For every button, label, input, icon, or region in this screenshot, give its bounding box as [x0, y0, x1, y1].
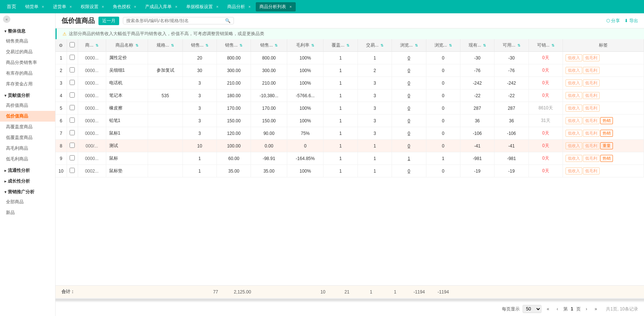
tag: 低收入 — [566, 79, 582, 86]
col-salesamount-header[interactable]: 销售... ⇅ — [217, 39, 251, 52]
select-all-checkbox[interactable] — [70, 42, 75, 47]
sidebar-item-high-margin[interactable]: 高毛利商品 — [0, 143, 55, 154]
row-tags: 低收入低毛利热销 — [563, 152, 644, 165]
sidebar-group-growth[interactable]: ▸ 成长性分析 — [0, 175, 55, 186]
first-page-btn[interactable]: « — [544, 306, 551, 312]
col-tags-header: 标签 — [563, 39, 644, 52]
row-checkbox[interactable] — [70, 130, 75, 135]
sidebar-group-liquidity[interactable]: ▸ 流通性分析 — [0, 164, 55, 175]
next-page-btn[interactable]: › — [584, 306, 590, 312]
share-button[interactable]: ⬡ 分享 — [606, 18, 620, 24]
sidebar-item-all-products[interactable]: 全部商品 — [0, 197, 55, 207]
col-salesprofit-header[interactable]: 销售... ⇅ — [251, 39, 287, 52]
row-coverage: 1 — [323, 165, 358, 177]
nav-product-analysis-list[interactable]: 商品分析列表 × — [256, 2, 295, 11]
row-checkbox[interactable] — [70, 155, 75, 160]
sidebar-item-high-value[interactable]: 高价值商品 — [0, 100, 55, 111]
row-checkbox[interactable] — [70, 143, 75, 148]
row-checkbox[interactable] — [70, 92, 75, 98]
col-saleable-header[interactable]: 可销... ⇅ — [529, 39, 563, 52]
sidebar-item-new-products[interactable]: 新品 — [0, 207, 55, 218]
nav-template[interactable]: 单据模板设置 × — [182, 2, 222, 11]
last-page-btn[interactable]: » — [593, 306, 600, 312]
col-salesqty-header[interactable]: 销售... ⇅ — [182, 39, 217, 52]
nav-close-permissions[interactable]: × — [102, 4, 104, 9]
col-margin-header[interactable]: 毛利率 ⇅ — [287, 39, 323, 52]
col-code-header[interactable]: 商... ⇅ — [78, 39, 106, 52]
nav-close-production[interactable]: × — [175, 4, 177, 9]
row-days: 0天 — [529, 127, 563, 140]
row-checkbox[interactable] — [70, 168, 75, 173]
page-suffix: 页 — [576, 306, 581, 312]
nav-close-sales[interactable]: × — [42, 4, 44, 9]
export-button[interactable]: ⬇ 导出 — [624, 18, 638, 24]
row-view1-link[interactable]: 0 — [408, 169, 410, 174]
row-checkbox[interactable] — [70, 55, 75, 60]
nav-close-analysis[interactable]: × — [248, 4, 251, 9]
nav-close-template[interactable]: × — [216, 4, 218, 9]
col-stock-header[interactable]: 现有... ⇅ — [460, 39, 494, 52]
col-name-header[interactable]: 商品名称 ⇅ — [106, 39, 148, 52]
nav-product-analysis[interactable]: 商品分析 × — [224, 2, 254, 11]
col-view1-header[interactable]: 浏览... ⇅ — [392, 39, 426, 52]
nav-home[interactable]: 首页 — [3, 2, 20, 11]
row-checkbox[interactable] — [70, 118, 75, 123]
sidebar-item-high-coverage[interactable]: 高覆盖度商品 — [0, 122, 55, 132]
col-transaction-header[interactable]: 交易... ⇅ — [358, 39, 392, 52]
col-available-header[interactable]: 可用... ⇅ — [494, 39, 529, 52]
nav-production[interactable]: 产成品入库单 × — [141, 2, 181, 11]
col-view2-header[interactable]: 浏览... ⇅ — [426, 39, 460, 52]
time-filter-button[interactable]: 近一月 — [98, 17, 119, 25]
row-view1-link[interactable]: 0 — [408, 131, 410, 136]
nav-sales-order[interactable]: 销货单 × — [21, 2, 48, 11]
row-view1-link[interactable]: 0 — [408, 93, 410, 98]
sidebar-item-category-sales-rate[interactable]: 商品分类销售率 — [0, 57, 55, 68]
row-transaction: 3 — [358, 127, 392, 140]
nav-purchase-order[interactable]: 进货单 × — [49, 2, 76, 11]
row-transaction: 3 — [358, 115, 392, 127]
row-checkbox[interactable] — [70, 105, 75, 110]
search-icon[interactable]: 🔍 — [225, 18, 231, 23]
sidebar-item-low-margin[interactable]: 低毛利商品 — [0, 154, 55, 164]
nav-permissions[interactable]: 权限设置 × — [77, 2, 108, 11]
data-table-area: ⚙ 商... ⇅ 商品名称 ⇅ 规格... ⇅ 销售... ⇅ 销售... ⇅ … — [56, 39, 644, 285]
row-view1-link[interactable]: 0 — [408, 106, 410, 111]
sidebar-group-marketing[interactable]: ▾ 营销推广分析 — [0, 186, 55, 197]
col-spec-header[interactable]: 规格... ⇅ — [148, 39, 182, 52]
prev-page-btn[interactable]: ‹ — [554, 306, 560, 312]
row-current-stock: -19 — [460, 165, 494, 177]
sidebar-group-overall[interactable]: ▾ 整体信息 — [0, 25, 55, 36]
col-gear[interactable]: ⚙ — [56, 39, 67, 52]
row-view1-link[interactable]: 0 — [408, 55, 410, 61]
row-current-stock: -106 — [460, 127, 494, 140]
row-checkbox[interactable] — [70, 67, 75, 72]
sidebar-group-contribution[interactable]: ▾ 贡献值分析 — [0, 89, 55, 100]
nav-roles[interactable]: 角色授权 × — [109, 2, 140, 11]
sidebar-item-low-value[interactable]: 低价值商品 — [0, 111, 55, 122]
tag: 低毛利 — [583, 54, 600, 61]
row-view1-link[interactable]: 1 — [408, 156, 410, 161]
row-view1-link[interactable]: 0 — [408, 143, 410, 149]
row-view2: 0 — [426, 102, 460, 115]
nav-close-purchase[interactable]: × — [70, 4, 72, 9]
row-view1-link[interactable]: 0 — [408, 118, 410, 123]
row-view1-link[interactable]: 0 — [408, 81, 410, 86]
row-view1-link[interactable]: 0 — [408, 68, 410, 73]
search-input[interactable] — [126, 18, 224, 23]
horizontal-scrollbar[interactable] — [56, 299, 644, 301]
page-size-select[interactable]: 50 100 200 — [523, 305, 541, 313]
row-sales-qty: 3 — [182, 115, 217, 127]
sidebar-item-stock-capital[interactable]: 库存资金占用 — [0, 79, 55, 89]
col-coverage-header[interactable]: 覆盖... ⇅ — [323, 39, 358, 52]
sidebar-item-stock-products[interactable]: 有库存的商品 — [0, 68, 55, 79]
nav-close-roles[interactable]: × — [134, 4, 136, 9]
nav-close-analysis-list[interactable]: × — [289, 4, 292, 9]
total-info: 共1页, 10条记录 — [606, 306, 638, 312]
sidebar-item-low-coverage[interactable]: 低覆盖度商品 — [0, 132, 55, 143]
row-code: 0002... — [78, 165, 106, 177]
summary-view2: 1 — [383, 289, 407, 295]
sidebar-item-traded-products[interactable]: 交易过的商品 — [0, 47, 55, 57]
sidebar-collapse-btn[interactable]: « — [3, 16, 10, 23]
sidebar-item-sales-products[interactable]: 销售类商品 — [0, 36, 55, 47]
row-checkbox[interactable] — [70, 80, 75, 85]
